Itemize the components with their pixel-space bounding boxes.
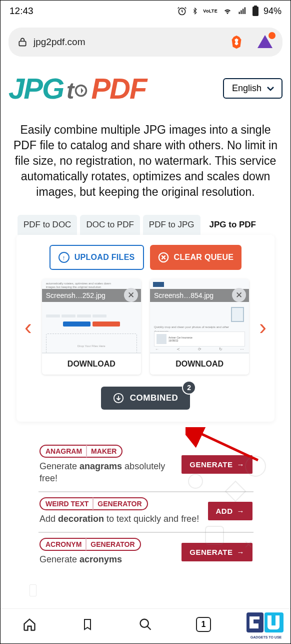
ad-pill-acronym: ACRONYMGENERATOR (40, 538, 141, 551)
volte-icon: VoLTE (203, 9, 218, 13)
file-card-1[interactable]: automatically rotates, optimizes and sca… (42, 279, 141, 375)
combined-button[interactable]: COMBINED 2 (101, 387, 190, 410)
status-icons: VoLTE 94% (177, 6, 282, 17)
prev-arrow[interactable]: ‹ (24, 314, 33, 340)
ad-cta-acronym[interactable]: GENERATE→ (182, 543, 252, 561)
url-text: jpg2pdf.com (34, 37, 222, 48)
bookmark-button[interactable] (80, 617, 95, 632)
battery-percent: 94% (264, 6, 282, 17)
upload-files-button[interactable]: ↑ UPLOAD FILES (50, 245, 144, 270)
ad-weird-text: WEIRD TEXTGENERATOR Add decoration to te… (38, 492, 254, 533)
alarm-icon (177, 6, 187, 16)
brave-logo-icon[interactable] (258, 34, 274, 50)
svg-rect-15 (246, 612, 264, 632)
upload-icon: ↑ (58, 252, 70, 263)
page-header: JPG t PDF English (0, 62, 290, 110)
svg-rect-3 (19, 41, 26, 46)
tab-pdf-to-doc[interactable]: PDF to DOC (18, 215, 77, 235)
status-time: 12:43 (10, 6, 34, 17)
ad-cta-weird[interactable]: ADD→ (208, 502, 253, 520)
site-logo: JPG t PDF (8, 72, 146, 105)
download-file-2[interactable]: DOWNLOAD (150, 353, 249, 375)
battery-icon (252, 6, 259, 17)
close-circle-icon (158, 252, 169, 263)
search-button[interactable] (138, 617, 153, 632)
upload-card: ↑ UPLOAD FILES CLEAR QUEUE ‹ automatical… (16, 235, 274, 422)
ad-desc-weird: Add decoration to text quickly and free! (40, 513, 208, 525)
ad-desc-anagram: Generate anagrams absolutely free! (40, 461, 182, 484)
lock-icon (18, 37, 28, 47)
tab-doc-to-pdf[interactable]: DOC to PDF (80, 215, 140, 235)
bg-phone-icon (30, 584, 36, 596)
combined-count-badge: 2 (182, 381, 196, 395)
gadgets-to-use-watermark: GADGETS TO USE (246, 611, 286, 640)
tab-jpg-to-pdf[interactable]: JPG to PDF (204, 215, 262, 235)
tabs-button[interactable]: 1 (196, 617, 211, 632)
brave-lion-icon[interactable] (228, 34, 244, 50)
tab-pdf-to-jpg[interactable]: PDF to JPG (143, 215, 200, 235)
ad-desc-acronym: Generate acronyms (40, 554, 182, 565)
svg-rect-2 (254, 6, 257, 7)
svg-rect-1 (252, 7, 258, 16)
svg-text:GADGETS TO USE: GADGETS TO USE (250, 635, 282, 639)
status-bar: 12:43 VoLTE 94% (0, 1, 290, 20)
conversion-tabs: PDF to DOC DOC to PDF PDF to JPG JPG to … (0, 215, 290, 235)
file-card-2[interactable]: Screensh…854.jpg ✕ Quickly crop and clea… (150, 279, 249, 375)
svg-point-11 (140, 619, 148, 627)
page-description: Easily combine multiple JPG images into … (0, 110, 290, 215)
ad-acronym: ACRONYMGENERATOR Generate acronyms GENER… (38, 533, 254, 572)
wifi-icon (222, 7, 233, 16)
chevron-down-icon (266, 86, 274, 91)
next-arrow[interactable]: › (258, 314, 268, 340)
annotation-arrow (186, 427, 260, 463)
home-button[interactable] (22, 617, 37, 632)
address-bar[interactable]: jpg2pdf.com (8, 28, 282, 57)
clear-queue-button[interactable]: CLEAR QUEUE (150, 245, 242, 270)
svg-line-7 (196, 431, 258, 460)
ad-pill-weird: WEIRD TEXTGENERATOR (40, 497, 148, 510)
signal-icon (238, 7, 248, 16)
download-file-1[interactable]: DOWNLOAD (42, 353, 141, 375)
language-select[interactable]: English (223, 78, 282, 99)
download-circle-icon (113, 393, 124, 404)
bluetooth-icon (192, 6, 198, 16)
ad-pill-anagram: ANAGRAMMAKER (40, 445, 122, 458)
